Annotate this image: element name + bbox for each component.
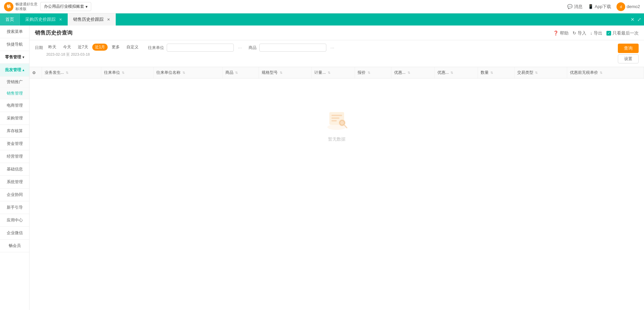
empty-state: 暂无数据 (30, 79, 644, 169)
chip-yesterday[interactable]: 昨天 (46, 44, 59, 51)
th-pretax-price[interactable]: 优惠前无税单价 ⇅ (567, 67, 644, 79)
partner-filter-field: 往来单位 ··· (148, 44, 242, 52)
sidebar-item-inventory[interactable]: 库存核算 (0, 125, 29, 138)
user-menu[interactable]: d demo2 (616, 2, 640, 11)
tab-bar: 首页 采购历史价跟踪 ✕ 销售历史价跟踪 ✕ ✕ ⤢ (0, 13, 644, 25)
product-filter-field: 商品 ··· (249, 44, 334, 52)
app-download-button[interactable]: 📱 App下载 (588, 4, 611, 10)
date-filter-group: 日期 昨天 今天 近7天 近1月 更多 自定义 2023-02-18 至 202… (35, 44, 141, 57)
th-spec[interactable]: 规格型号 ⇅ (259, 67, 312, 79)
th-partner-name[interactable]: 往来单位名称 ⇅ (154, 67, 222, 79)
empty-text: 暂无数据 (328, 136, 345, 142)
export-button[interactable]: ↓ 导出 (590, 30, 603, 36)
sort-icon-spec: ⇅ (280, 71, 282, 74)
gear-icon[interactable]: ⚙ (32, 70, 36, 75)
sidebar-item-sales-mgmt[interactable]: 销售管理 (0, 88, 29, 99)
message-button[interactable]: 💬 消息 (567, 4, 583, 10)
sales-history-tab-close[interactable]: ✕ (107, 17, 110, 22)
product-filter-dots[interactable]: ··· (330, 45, 334, 50)
search-menu-label: 搜索菜单 (7, 29, 23, 35)
th-discount1[interactable]: 优惠... ⇅ (391, 67, 435, 79)
chevron-down-icon: ▾ (86, 4, 88, 9)
date-chips: 昨天 今天 近7天 近1月 更多 自定义 (46, 44, 141, 51)
logo-text: 畅捷通好生意 标准版 (15, 2, 38, 11)
sidebar-item-ecommerce[interactable]: 电商管理 (0, 99, 29, 112)
sidebar-item-enterprise-wechat[interactable]: 企业微信 (0, 227, 29, 240)
page-title-row: 销售历史价查询 ❓ 帮助 ↻ 导入 ↓ 导出 ✓ (35, 30, 639, 37)
only-last-checkbox-group[interactable]: ✓ 只看最后一次 (606, 30, 639, 36)
sort-icon-disc1: ⇅ (408, 71, 410, 74)
table-header-row: ⚙ 业务发生... ⇅ 往来单位 ⇅ 往来单位名称 ⇅ (30, 67, 644, 79)
close-window-button[interactable]: ✕ (631, 17, 635, 22)
page-title: 销售历史价查询 (35, 30, 72, 37)
chip-custom[interactable]: 自定义 (124, 44, 141, 51)
purchase-history-tab-close[interactable]: ✕ (59, 17, 62, 22)
only-last-checkbox[interactable]: ✓ (606, 31, 611, 36)
sidebar-item-wholesale-mgmt[interactable]: 批发管理 ▴ (0, 64, 29, 76)
main-layout: 搜索菜单 快捷导航 零售管理 ▾ 批发管理 ▴ 营销推广 销售管理 电商管理 采… (0, 25, 644, 310)
partner-filter-dots[interactable]: ··· (238, 45, 242, 50)
sort-icon-qty: ⇅ (490, 71, 493, 74)
sidebar-item-basic-info[interactable]: 基础信息 (0, 163, 29, 176)
help-icon: ❓ (553, 31, 558, 36)
sidebar-item-operations[interactable]: 经营管理 (0, 150, 29, 163)
sidebar-item-purchase-mgmt[interactable]: 采购管理 (0, 112, 29, 125)
import-button[interactable]: ↻ 导入 (573, 30, 586, 36)
chip-more[interactable]: 更多 (109, 44, 122, 51)
sidebar-item-marketing[interactable]: 营销推广 (0, 76, 29, 88)
sidebar-item-member[interactable]: 畅会员 (0, 240, 29, 252)
sidebar-item-newbie[interactable]: 新手引导 (0, 201, 29, 214)
sidebar-item-finance[interactable]: 资金管理 (0, 138, 29, 150)
chip-7days[interactable]: 近7天 (75, 44, 91, 51)
sales-history-tab-label: 销售历史价跟踪 (73, 16, 104, 22)
tab-purchase-history[interactable]: 采购历史价跟踪 ✕ (20, 13, 68, 25)
svg-rect-3 (331, 117, 339, 119)
chip-today[interactable]: 今天 (60, 44, 74, 51)
retail-mgmt-label: 零售管理 (5, 54, 21, 60)
purchase-history-tab-label: 采购历史价跟踪 (25, 16, 56, 22)
top-bar: 畅 畅捷通好生意 标准版 办公用品行业模拟账套 ▾ 💬 消息 📱 App下载 d… (0, 0, 644, 13)
date-range-display: 2023-02-18 至 2023-03-18 (46, 52, 141, 57)
partner-filter-input[interactable] (167, 44, 234, 52)
th-partner-code[interactable]: 往来单位 ⇅ (101, 67, 154, 79)
sort-icon-price: ⇅ (368, 71, 370, 74)
logo-icon: 畅 (4, 2, 13, 11)
th-discount2[interactable]: 优惠... ⇅ (435, 67, 478, 79)
sidebar-item-retail-mgmt[interactable]: 零售管理 ▾ (0, 51, 29, 64)
sidebar-item-search-menu[interactable]: 搜索菜单 (0, 25, 29, 38)
product-filter-input[interactable] (259, 44, 326, 52)
svg-rect-2 (331, 115, 342, 116)
query-button[interactable]: 查询 (618, 44, 639, 53)
app-selector[interactable]: 办公用品行业模拟账套 ▾ (40, 2, 91, 11)
help-button[interactable]: ❓ 帮助 (553, 30, 569, 36)
data-table: ⚙ 业务发生... ⇅ 往来单位 ⇅ 往来单位名称 ⇅ (30, 67, 644, 79)
th-biz-date[interactable]: 业务发生... ⇅ (42, 67, 101, 79)
svg-rect-4 (331, 120, 337, 121)
sort-icon-partner: ⇅ (122, 71, 124, 74)
maximize-button[interactable]: ⤢ (637, 17, 641, 22)
date-filter-options: 昨天 今天 近7天 近1月 更多 自定义 2023-02-18 至 2023-0… (46, 44, 141, 57)
quick-nav-label: 快捷导航 (7, 42, 23, 47)
sidebar-item-quick-nav[interactable]: 快捷导航 (0, 38, 29, 51)
sort-icon-trade: ⇅ (535, 71, 538, 74)
sidebar-item-system-mgmt[interactable]: 系统管理 (0, 176, 29, 189)
sidebar-item-enterprise-collab[interactable]: 企业协同 (0, 189, 29, 201)
content-area: 销售历史价查询 ❓ 帮助 ↻ 导入 ↓ 导出 ✓ (30, 25, 644, 310)
empty-icon (323, 105, 350, 132)
table-container: ⚙ 业务发生... ⇅ 往来单位 ⇅ 往来单位名称 ⇅ (30, 67, 644, 310)
chip-1month[interactable]: 近1月 (92, 44, 108, 51)
th-gear[interactable]: ⚙ (30, 67, 42, 79)
th-trade-type[interactable]: 交易类型 ⇅ (514, 67, 567, 79)
sort-icon-partner-name: ⇅ (182, 71, 185, 74)
th-quoted-price[interactable]: 报价 ⇅ (355, 67, 391, 79)
tab-bar-end: ✕ ⤢ (628, 13, 644, 25)
settings-button[interactable]: 设置 (618, 54, 639, 63)
th-unit[interactable]: 计量... ⇅ (312, 67, 355, 79)
th-product[interactable]: 商品 ⇅ (222, 67, 259, 79)
sidebar-item-app-center[interactable]: 应用中心 (0, 214, 29, 227)
tab-home[interactable]: 首页 (0, 13, 20, 25)
tab-sales-history[interactable]: 销售历史价跟踪 ✕ (68, 13, 116, 25)
import-icon: ↻ (573, 31, 576, 36)
logo-area: 畅 畅捷通好生意 标准版 (4, 2, 38, 11)
th-quantity[interactable]: 数量 ⇅ (478, 67, 515, 79)
